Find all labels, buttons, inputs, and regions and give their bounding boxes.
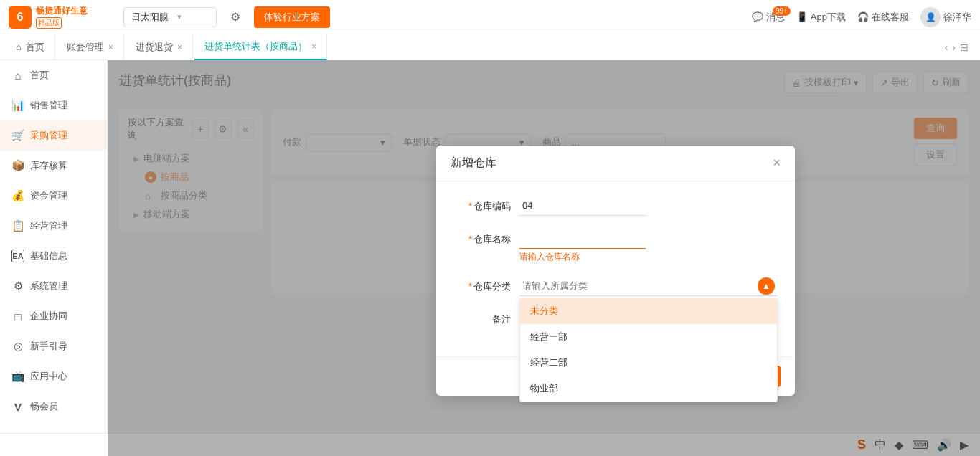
modal-close-button[interactable]: × <box>773 156 781 171</box>
sidebar-item-inventory[interactable]: 📦 库存核算 <box>0 151 107 181</box>
tab-close-purchase-return[interactable]: × <box>177 42 182 52</box>
tab-purchase-return[interactable]: 进货退货 × <box>126 34 193 60</box>
name-input-wrap: 请输入仓库名称 <box>519 229 778 263</box>
tab-menu-button[interactable]: ⊟ <box>960 42 969 53</box>
sidebar-item-system[interactable]: ⚙ 系统管理 <box>0 271 107 301</box>
category-row: *仓库分类 ▲ 未分类 经营一部 经营二部 物业部 <box>453 276 778 296</box>
tab-home[interactable]: ⌂ 首页 <box>6 34 55 60</box>
gear-button[interactable]: ⚙ <box>224 6 247 29</box>
guide-icon: ◎ <box>11 340 24 353</box>
enterprise-icon: □ <box>11 310 24 323</box>
sidebar-item-vip[interactable]: V 畅会员 <box>0 391 107 422</box>
code-input-wrap <box>519 196 778 216</box>
main-layout: ⌂ 首页 📊 销售管理 🛒 采购管理 📦 库存核算 💰 资金管理 📋 经营管理 … <box>0 60 980 456</box>
name-row: *仓库名称 请输入仓库名称 <box>453 229 778 263</box>
tab-bar: ⌂ 首页 账套管理 × 进货退货 × 进货单统计表（按商品） × ‹ › ⊟ <box>0 34 980 60</box>
gear-icon: ⚙ <box>230 10 240 24</box>
sidebar-item-purchase[interactable]: 🛒 采购管理 <box>0 120 107 151</box>
category-dropdown: 未分类 经营一部 经营二部 物业部 <box>519 298 778 402</box>
dropdown-item-1[interactable]: 经营一部 <box>520 324 777 350</box>
modal-header: 新增仓库 × <box>436 146 795 181</box>
tab-prev-button[interactable]: ‹ <box>945 42 948 53</box>
category-label: *仓库分类 <box>453 276 511 293</box>
logo-area: 6 畅捷通好生意 精品版 <box>9 5 116 29</box>
modal-title: 新增仓库 <box>451 156 496 171</box>
message-icon: 💬 <box>752 11 763 22</box>
logo-text: 畅捷通好生意 精品版 <box>36 5 88 29</box>
online-service-button[interactable]: 🎧 在线客服 <box>857 11 909 24</box>
sidebar: ⌂ 首页 📊 销售管理 🛒 采购管理 📦 库存核算 💰 资金管理 📋 经营管理 … <box>0 60 108 456</box>
home-icon: ⌂ <box>11 69 24 82</box>
management-icon: 📋 <box>11 219 24 232</box>
headset-icon: 🎧 <box>857 11 869 22</box>
sales-icon: 📊 <box>11 99 24 112</box>
name-error-text: 请输入仓库名称 <box>519 251 778 263</box>
tab-next-button[interactable]: › <box>952 42 956 53</box>
user-menu[interactable]: 👤 徐泽华 <box>920 7 971 27</box>
trial-button[interactable]: 体验行业方案 <box>254 6 330 28</box>
category-input-wrap: ▲ 未分类 经营一部 经营二部 物业部 <box>519 276 778 296</box>
home-icon: ⌂ <box>16 42 22 52</box>
store-selector[interactable]: 日太阳膜 ▾ <box>123 7 217 27</box>
top-bar: 6 畅捷通好生意 精品版 日太阳膜 ▾ ⚙ 体验行业方案 💬 消息 99+ 📱 … <box>0 0 980 34</box>
code-input[interactable] <box>519 196 646 216</box>
sidebar-item-enterprise[interactable]: □ 企业协同 <box>0 301 107 331</box>
sidebar-item-sales[interactable]: 📊 销售管理 <box>0 90 107 120</box>
tab-close-accounts[interactable]: × <box>108 42 113 52</box>
avatar: 👤 <box>920 7 941 27</box>
code-label: *仓库编码 <box>453 196 511 213</box>
category-input[interactable] <box>519 276 778 296</box>
sidebar-item-home[interactable]: ⌂ 首页 <box>0 60 107 90</box>
tab-purchase-stats[interactable]: 进货单统计表（按商品） × <box>194 34 327 60</box>
phone-icon: 📱 <box>796 11 808 22</box>
inventory-icon: 📦 <box>11 159 24 172</box>
system-icon: ⚙ <box>11 280 24 293</box>
new-warehouse-modal: 新增仓库 × *仓库编码 *仓库名称 <box>436 146 795 396</box>
top-right-area: 💬 消息 99+ 📱 App下载 🎧 在线客服 👤 徐泽华 <box>752 7 971 27</box>
sidebar-item-guide[interactable]: ◎ 新手引导 <box>0 331 107 361</box>
dropdown-item-2[interactable]: 经营二部 <box>520 350 777 376</box>
code-row: *仓库编码 <box>453 196 778 216</box>
tab-close-purchase-stats[interactable]: × <box>311 42 316 52</box>
content-area: 进货单统计(按商品) 🖨 按模板打印 ▾ ↗ 导出 ↻ 刷新 <box>108 60 980 456</box>
name-label: *仓库名称 <box>453 229 511 246</box>
app-download-button[interactable]: 📱 App下载 <box>796 11 846 24</box>
name-input[interactable] <box>519 229 646 249</box>
notes-label: 备注 <box>453 309 511 326</box>
basic-info-icon: EA <box>11 250 24 262</box>
vip-icon: V <box>11 400 24 413</box>
finance-icon: 💰 <box>11 189 24 202</box>
purchase-icon: 🛒 <box>11 129 24 142</box>
tab-accounts[interactable]: 账套管理 × <box>57 34 124 60</box>
message-button[interactable]: 💬 消息 99+ <box>752 11 785 24</box>
logo-icon: 6 <box>9 6 32 29</box>
dropdown-item-0[interactable]: 未分类 <box>520 298 777 324</box>
sidebar-item-basic-info[interactable]: EA 基础信息 <box>0 241 107 271</box>
apps-icon: 📺 <box>11 370 24 383</box>
sidebar-item-finance[interactable]: 💰 资金管理 <box>0 181 107 211</box>
dropdown-item-3[interactable]: 物业部 <box>520 376 777 402</box>
sidebar-item-management[interactable]: 📋 经营管理 <box>0 211 107 241</box>
modal-body: *仓库编码 *仓库名称 请输入仓库名称 <box>436 181 795 356</box>
sidebar-item-apps[interactable]: 📺 应用中心 <box>0 361 107 391</box>
category-toggle-button[interactable]: ▲ <box>758 277 775 295</box>
